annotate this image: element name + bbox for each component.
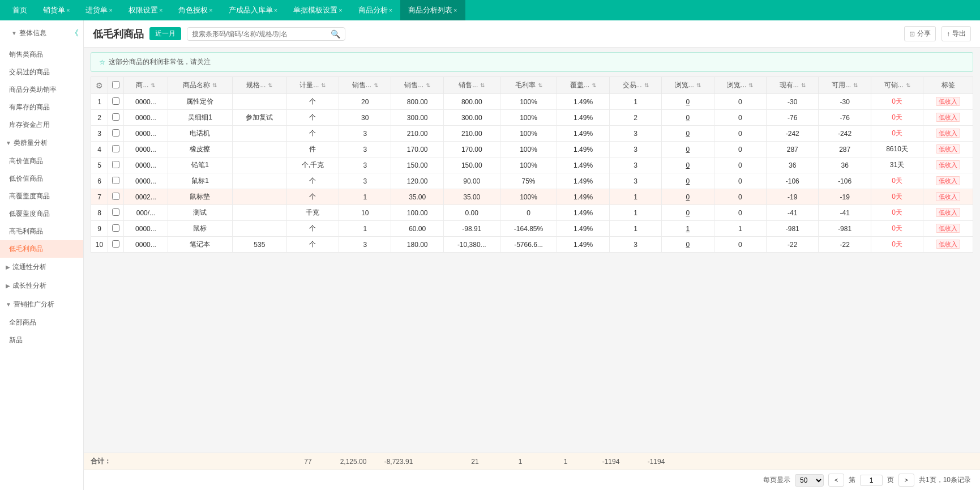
row-browse1[interactable]: 0	[662, 142, 714, 157]
prev-page-button[interactable]: ＜	[828, 474, 844, 487]
row-browse1[interactable]: 0	[662, 157, 714, 173]
row-checkbox[interactable]	[108, 173, 124, 189]
sidebar-item-high-coverage[interactable]: 高覆盖度商品	[0, 188, 83, 205]
row-select-checkbox[interactable]	[112, 113, 119, 121]
th-unit[interactable]: 计量...⇅	[286, 77, 339, 94]
browse-link[interactable]: 0	[686, 130, 690, 138]
share-button[interactable]: ⊡ 分享	[904, 26, 936, 41]
row-browse1[interactable]: 0	[662, 94, 714, 110]
page-input[interactable]	[860, 475, 883, 486]
sidebar-item-new-goods[interactable]: 新品	[0, 331, 83, 349]
th-stock3[interactable]: 可销...⇅	[871, 77, 923, 94]
th-sale3[interactable]: 销售...⇅	[443, 77, 500, 94]
row-select-checkbox[interactable]	[112, 97, 119, 105]
th-code[interactable]: 商...⇅	[124, 77, 168, 94]
sidebar-group-overall[interactable]: ▼ 整体信息	[6, 24, 52, 42]
browse-link[interactable]: 0	[686, 193, 690, 201]
search-icon[interactable]: 🔍	[331, 29, 340, 39]
nav-product-entry[interactable]: 产成品入库单 ×	[221, 0, 285, 20]
row-select-checkbox[interactable]	[112, 161, 119, 168]
row-select-checkbox[interactable]	[112, 208, 119, 216]
export-button[interactable]: ↑ 导出	[942, 26, 971, 41]
browse-link[interactable]: 0	[686, 177, 690, 185]
per-page-select[interactable]: 50 20 100	[795, 474, 824, 487]
nav-close-product-analysis[interactable]: ×	[389, 7, 392, 14]
nav-product-analysis-list[interactable]: 商品分析列表 ×	[400, 0, 465, 20]
sidebar-item-low-margin[interactable]: 低毛利商品	[0, 240, 83, 258]
row-checkbox[interactable]	[108, 189, 124, 205]
th-browse1[interactable]: 浏览...⇅	[662, 77, 714, 94]
row-checkbox[interactable]	[108, 142, 124, 157]
row-browse1[interactable]: 0	[662, 110, 714, 126]
browse-link[interactable]: 1	[686, 225, 690, 233]
nav-sales[interactable]: 销货单 ×	[35, 0, 78, 20]
row-checkbox[interactable]	[108, 126, 124, 142]
row-checkbox[interactable]	[108, 110, 124, 126]
sidebar-item-inventory-capital[interactable]: 库存资金占用	[0, 116, 83, 134]
period-button[interactable]: 近一月	[149, 27, 181, 40]
row-select-checkbox[interactable]	[112, 129, 119, 137]
browse-link[interactable]: 0	[686, 209, 690, 217]
row-browse1[interactable]: 1	[662, 221, 714, 237]
sidebar-item-category-rate[interactable]: 商品分类助销率	[0, 81, 83, 99]
nav-close-sales[interactable]: ×	[66, 7, 70, 14]
row-select-checkbox[interactable]	[112, 177, 119, 184]
select-all-checkbox[interactable]	[112, 81, 119, 88]
nav-close-purchase[interactable]: ×	[109, 7, 112, 14]
sidebar-item-low-coverage[interactable]: 低覆盖度商品	[0, 205, 83, 223]
row-browse1[interactable]: 0	[662, 126, 714, 142]
browse-link[interactable]: 0	[686, 241, 690, 249]
nav-close-permission[interactable]: ×	[159, 7, 162, 14]
row-browse1[interactable]: 0	[662, 189, 714, 205]
row-browse1[interactable]: 0	[662, 237, 714, 253]
nav-purchase[interactable]: 进货单 ×	[78, 0, 120, 20]
sidebar-item-all-goods[interactable]: 全部商品	[0, 314, 83, 331]
sidebar-group-cluster[interactable]: ▼ 类群量分析	[0, 134, 83, 152]
th-name[interactable]: 商品名称⇅	[168, 77, 232, 94]
th-spec[interactable]: 规格...⇅	[233, 77, 287, 94]
row-checkbox[interactable]	[108, 237, 124, 253]
data-table-container[interactable]: ⚙ 商...⇅ 商品名称⇅ 规格...⇅	[91, 76, 973, 448]
nav-template[interactable]: 单据模板设置 ×	[285, 0, 350, 20]
sidebar-item-sales-goods[interactable]: 销售类商品	[0, 46, 83, 63]
sidebar-item-high-value[interactable]: 高价值商品	[0, 152, 83, 170]
row-select-checkbox[interactable]	[112, 224, 119, 232]
row-select-checkbox[interactable]	[112, 240, 119, 248]
th-tag[interactable]: 标签	[923, 77, 973, 94]
row-browse1[interactable]: 0	[662, 205, 714, 221]
nav-close-product-entry[interactable]: ×	[274, 7, 277, 14]
row-checkbox[interactable]	[108, 94, 124, 110]
sidebar-group-flow[interactable]: ▶ 流通性分析	[0, 258, 83, 276]
nav-close-template[interactable]: ×	[339, 7, 342, 14]
row-checkbox[interactable]	[108, 157, 124, 173]
th-stock2[interactable]: 可用...⇅	[819, 77, 871, 94]
th-checkbox[interactable]	[108, 77, 124, 94]
browse-link[interactable]: 0	[686, 161, 690, 169]
row-checkbox[interactable]	[108, 205, 124, 221]
sidebar-group-growth[interactable]: ▶ 成长性分析	[0, 276, 83, 295]
th-trade[interactable]: 交易...⇅	[609, 77, 661, 94]
nav-close-role[interactable]: ×	[209, 7, 212, 14]
row-checkbox[interactable]	[108, 221, 124, 237]
sidebar-item-high-margin[interactable]: 高毛利商品	[0, 223, 83, 240]
search-input[interactable]	[192, 30, 331, 38]
nav-permission[interactable]: 权限设置 ×	[121, 0, 170, 20]
sidebar-collapse-button[interactable]: 《	[69, 28, 81, 39]
th-gross[interactable]: 毛利率⇅	[500, 77, 557, 94]
th-browse2[interactable]: 浏览...⇅	[714, 77, 766, 94]
browse-link[interactable]: 0	[686, 146, 690, 154]
th-settings[interactable]: ⚙	[91, 77, 108, 94]
th-stock1[interactable]: 现有...⇅	[767, 77, 819, 94]
settings-icon[interactable]: ⚙	[96, 81, 103, 90]
nav-role[interactable]: 角色授权 ×	[170, 0, 220, 20]
browse-link[interactable]: 0	[686, 98, 690, 106]
nav-home[interactable]: 首页	[5, 0, 35, 20]
th-sale2[interactable]: 销售...⇅	[391, 77, 443, 94]
nav-product-analysis[interactable]: 商品分析 ×	[350, 0, 400, 20]
row-browse1[interactable]: 0	[662, 173, 714, 189]
sidebar-group-marketing[interactable]: ▼ 营销推广分析	[0, 295, 83, 314]
th-sale1[interactable]: 销售...⇅	[339, 77, 391, 94]
sidebar-item-low-value[interactable]: 低价值商品	[0, 170, 83, 188]
next-page-button[interactable]: ＞	[898, 474, 914, 487]
sidebar-item-traded-goods[interactable]: 交易过的商品	[0, 63, 83, 81]
